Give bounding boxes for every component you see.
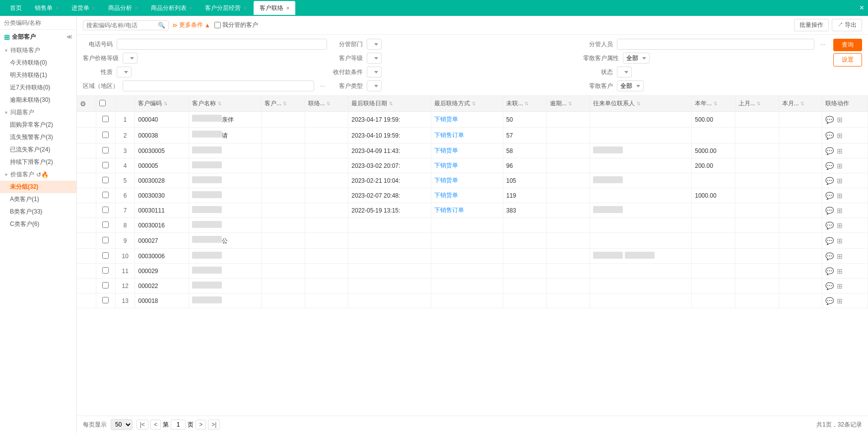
refresh-icon[interactable]: ↺ xyxy=(36,171,41,178)
nature-select[interactable] xyxy=(117,67,132,77)
select-all-checkbox[interactable] xyxy=(99,100,106,106)
row-checkbox[interactable] xyxy=(102,297,109,303)
grid-icon[interactable]: ⊞ xyxy=(837,221,843,229)
next-page-btn[interactable]: > xyxy=(196,420,206,430)
col-gear[interactable]: ⚙ xyxy=(77,96,96,112)
close-product-analysis-list-icon[interactable]: × xyxy=(190,5,193,11)
td-last-method[interactable] xyxy=(431,233,503,249)
td-last-method[interactable] xyxy=(431,218,503,233)
row-checkbox[interactable] xyxy=(102,282,109,289)
per-page-select[interactable]: 50 xyxy=(111,419,133,430)
staff-dots[interactable]: ··· xyxy=(818,41,827,48)
row-checkbox[interactable] xyxy=(102,192,109,198)
td-last-method[interactable] xyxy=(431,279,503,293)
status-select[interactable] xyxy=(617,67,632,77)
col-last-method[interactable]: 最后联络方式 ⇅ xyxy=(431,96,503,112)
reset-button[interactable]: 设置 xyxy=(833,53,862,67)
close-sales-icon[interactable]: × xyxy=(56,5,59,11)
chat-icon[interactable]: 💬 xyxy=(825,192,834,200)
region-dots[interactable]: ··· xyxy=(318,82,327,89)
td-last-method[interactable]: 下销货单 xyxy=(431,144,503,158)
contact-method-link[interactable]: 下销货单 xyxy=(434,192,458,199)
td-last-method[interactable]: 下销售订单 xyxy=(431,203,503,218)
customer-type-select[interactable] xyxy=(367,80,382,91)
sidebar-group-waiting[interactable]: ▼ 待联络客户 xyxy=(0,44,76,57)
grid-icon[interactable]: ⊞ xyxy=(837,282,843,290)
tab-customer-segment[interactable]: 客户分层经营 × xyxy=(199,1,253,15)
close-customer-contact-icon[interactable]: × xyxy=(286,5,289,11)
sidebar-item-overdue[interactable]: 逾期未联络(30) xyxy=(0,94,76,106)
staff-input[interactable] xyxy=(617,39,814,50)
grid-icon[interactable]: ⊞ xyxy=(837,116,843,124)
td-last-method[interactable]: 下销货单 xyxy=(431,173,503,188)
payment-select[interactable] xyxy=(367,67,382,77)
row-checkbox[interactable] xyxy=(102,116,109,122)
more-conditions-btn[interactable]: ⊳ 更多条件 ▲ xyxy=(173,21,210,29)
retail-attr-select[interactable]: 全部 xyxy=(623,53,650,64)
grid-icon[interactable]: ⊞ xyxy=(837,132,843,140)
tab-customer-contact[interactable]: 客户联络 × xyxy=(254,1,295,15)
my-customers-check[interactable] xyxy=(214,22,221,28)
grid-icon[interactable]: ⊞ xyxy=(837,162,843,170)
price-level-select[interactable] xyxy=(123,53,137,64)
sidebar-item-today[interactable]: 今天待联络(0) xyxy=(0,57,76,69)
chat-icon[interactable]: 💬 xyxy=(825,237,834,245)
grid-icon[interactable]: ⊞ xyxy=(837,207,843,215)
sidebar-item-group-b[interactable]: B类客户(33) xyxy=(0,206,76,218)
row-checkbox[interactable] xyxy=(102,252,109,259)
col-last-month[interactable]: 上月... ⇅ xyxy=(735,96,779,112)
sidebar-item-abnormal[interactable]: 固购异常客户(2) xyxy=(0,119,76,131)
contact-method-link[interactable]: 下销货单 xyxy=(434,116,458,123)
td-last-method[interactable] xyxy=(431,264,503,279)
row-checkbox[interactable] xyxy=(102,162,109,168)
col-this-year[interactable]: 本年... ⇅ xyxy=(692,96,735,112)
sidebar-item-near7[interactable]: 近7天待联络(0) xyxy=(0,81,76,94)
search-icon[interactable]: 🔍 xyxy=(158,22,165,29)
grid-icon[interactable]: ⊞ xyxy=(837,267,843,275)
phone-input[interactable] xyxy=(117,39,327,50)
chat-icon[interactable]: 💬 xyxy=(825,116,834,124)
grid-icon[interactable]: ⊞ xyxy=(837,237,843,245)
all-customers-header[interactable]: ⊞ 全部客户 ≪ xyxy=(0,30,76,44)
chat-icon[interactable]: 💬 xyxy=(825,297,834,305)
chat-icon[interactable]: 💬 xyxy=(825,147,834,155)
prev-page-btn[interactable]: < xyxy=(150,420,161,430)
contact-method-link[interactable]: 下销售订单 xyxy=(434,132,464,139)
tab-product-analysis[interactable]: 商品分析 × xyxy=(102,1,144,15)
tab-home[interactable]: 首页 xyxy=(4,1,28,15)
row-checkbox[interactable] xyxy=(102,132,109,138)
search-input[interactable] xyxy=(86,22,156,29)
sidebar-group-price[interactable]: ▼ 价值客户 ↺ 🔥 xyxy=(0,168,76,181)
row-checkbox[interactable] xyxy=(102,221,109,228)
close-customer-segment-icon[interactable]: × xyxy=(244,5,247,11)
sidebar-search-input[interactable] xyxy=(4,19,77,26)
col-contact-person[interactable]: 往来单位联系人 ⇅ xyxy=(590,96,692,112)
sidebar-group-problem[interactable]: ▼ 问题客户 xyxy=(0,106,76,119)
grid-icon[interactable]: ⊞ xyxy=(837,252,843,260)
chat-icon[interactable]: 💬 xyxy=(825,221,834,229)
sidebar-item-tomorrow[interactable]: 明天待联络(1) xyxy=(0,69,76,81)
td-last-method[interactable]: 下销货单 xyxy=(431,188,503,203)
contact-method-link[interactable]: 下销货单 xyxy=(434,177,458,184)
chat-icon[interactable]: 💬 xyxy=(825,282,834,290)
close-product-analysis-icon[interactable]: × xyxy=(135,5,138,11)
page-input[interactable] xyxy=(171,420,186,430)
sidebar-collapse-icon[interactable]: ≪ xyxy=(67,34,72,40)
chat-icon[interactable]: 💬 xyxy=(825,162,834,170)
col-not-contact[interactable]: 未联... ⇅ xyxy=(503,96,547,112)
row-checkbox[interactable] xyxy=(102,207,109,213)
col-type[interactable]: 客户... ⇅ xyxy=(261,96,305,112)
row-checkbox[interactable] xyxy=(102,267,109,274)
contact-method-link[interactable]: 下销货单 xyxy=(434,162,458,169)
region-input[interactable] xyxy=(123,80,314,91)
dept-select[interactable] xyxy=(367,39,382,50)
my-customers-checkbox[interactable]: 我分管的客户 xyxy=(214,21,258,29)
td-last-method[interactable]: 下销货单 xyxy=(431,112,503,128)
batch-ops-button[interactable]: 批量操作 xyxy=(794,19,829,31)
close-all-icon[interactable]: × xyxy=(860,3,864,12)
query-button[interactable]: 查询 xyxy=(833,39,862,51)
col-this-month[interactable]: 本月... ⇅ xyxy=(779,96,822,112)
row-checkbox[interactable] xyxy=(102,177,109,183)
grid-icon[interactable]: ⊞ xyxy=(837,192,843,200)
chat-icon[interactable]: 💬 xyxy=(825,132,834,140)
